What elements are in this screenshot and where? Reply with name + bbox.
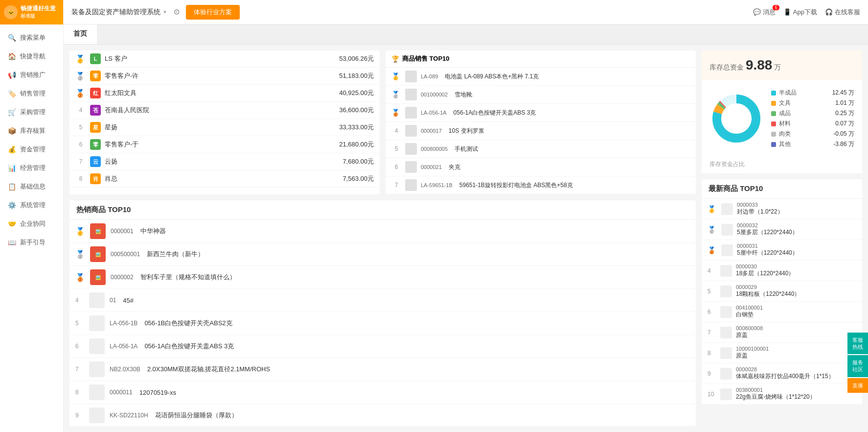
trial-button[interactable]: 体验行业方案	[186, 5, 240, 20]
sidebar-item-marketing[interactable]: 📢 营销推广	[0, 66, 63, 84]
product-name: 056-1A白色按键开关盖ABS 3克	[454, 109, 536, 117]
phone-icon: 📱	[783, 8, 791, 16]
product-thumbnail: 🖼️	[90, 269, 106, 285]
product-code: 0000002	[111, 274, 134, 281]
guide-icon: 📖	[8, 239, 16, 246]
rank-number: 6	[75, 141, 86, 148]
content-main: 🥇 L LS 客户 53,006.26元 🥈 零 零售客户-许 51,183.0…	[64, 45, 702, 432]
donut-svg	[709, 92, 763, 145]
right-panel: 库存总资金 9.88 万	[702, 45, 868, 432]
new-product-row: 8 10000100001 原盖	[702, 343, 862, 363]
customer-rank-row: 🥉 红 红太阳文具 40,925.00元	[69, 85, 380, 102]
product-code: LA-056-1A	[421, 110, 447, 116]
rank-number: 5	[708, 288, 716, 295]
community-button[interactable]: 服务社区	[847, 355, 868, 377]
product-name: 中华神器	[140, 227, 166, 236]
product-code: NB2.0X30B	[110, 366, 140, 373]
medal-icon: 🥉	[75, 89, 86, 98]
dropdown-chevron-icon: ▼	[162, 9, 167, 15]
rank-number: 9	[75, 412, 84, 419]
tab-home[interactable]: 首页	[64, 24, 97, 44]
rank-amount: 53,006.26元	[339, 54, 374, 63]
customer-rank-row: 🥈 零 零售客户-许 51,183.00元	[69, 68, 380, 85]
sidebar-item-guide[interactable]: 📖 新手引导	[0, 233, 63, 252]
small-product-icon	[405, 71, 417, 82]
sidebar-inventory-label: 库存核算	[20, 126, 46, 135]
sidebar-item-operations[interactable]: 📊 经营管理	[0, 159, 63, 177]
rank-number: 5	[75, 320, 84, 327]
rank-number: 5	[75, 124, 86, 131]
product-code: LA-089	[421, 73, 438, 79]
customer-rank-row: 6 零 零售客户-于 21,680.00元	[69, 136, 380, 153]
system-title-dropdown[interactable]: 装备及固定资产辅助管理系统 ▼	[71, 8, 167, 17]
rank-number: 6	[391, 164, 401, 170]
hot-product-row: 4 01 45#	[69, 289, 696, 312]
new-product-code: 0000032	[737, 222, 856, 228]
product-name: 12070519-xs	[139, 389, 176, 396]
rank-customer-name: 零售客户-于	[105, 140, 335, 149]
inventory-amount: 9.88	[746, 57, 773, 72]
new-product-icon	[720, 306, 732, 318]
legend-label: 材料	[779, 120, 832, 128]
sidebar-item-search[interactable]: 🔍 搜索菜单	[0, 28, 63, 47]
product-thumbnail	[89, 315, 105, 331]
live-button[interactable]: 直播	[847, 378, 868, 393]
marketing-icon: 📢	[8, 71, 16, 79]
inventory-total: 库存总资金 9.88 万	[702, 50, 862, 80]
new-product-info: 0000033 封边带（1.0*22）	[737, 202, 856, 216]
gear-icon[interactable]: ⚙	[173, 7, 180, 17]
new-product-info: 0000032 5厘多层（1220*2440）	[737, 222, 856, 237]
inventory-unit: 万	[774, 63, 781, 71]
sidebar-item-nav[interactable]: 🏠 快捷导航	[0, 47, 63, 66]
product-name: 新西兰牛肉（新牛）	[147, 250, 204, 259]
rank-number: 5	[391, 145, 401, 152]
product-name: 056-1A白色按键开关盖ABS 3克	[144, 342, 234, 351]
product-name: 电池盖 LA-089 ABS本色+黑种 7.1克	[445, 72, 539, 81]
small-product-icon	[405, 89, 417, 100]
sidebar-item-finance[interactable]: 💰 资金管理	[0, 140, 63, 159]
online-service-button[interactable]: 🎧 在线客服	[825, 8, 860, 17]
product-code: 0000017	[421, 128, 442, 134]
customer-service-button[interactable]: 客服热线	[847, 333, 868, 355]
inventory-icon: 📦	[8, 127, 16, 135]
legend-item: 其他 -3.86 万	[771, 139, 854, 149]
sidebar-logo: 🐱 畅捷通好生意 标准版	[0, 0, 63, 24]
sidebar-item-system[interactable]: ⚙️ 系统管理	[0, 196, 63, 215]
sidebar-purchase-label: 采购管理	[20, 108, 46, 117]
hot-product-row: 5 LA-056-1B 056-1B白色按键开关壳ABS2克	[69, 312, 696, 335]
product-code: KK-SD22110H	[110, 412, 148, 419]
small-product-icon	[405, 161, 417, 173]
rank-customer-name: 星扬	[105, 123, 335, 132]
sidebar-item-purchase[interactable]: 🛒 采购管理	[0, 103, 63, 121]
small-product-icon	[405, 179, 417, 191]
sidebar-item-inventory[interactable]: 📦 库存核算	[0, 121, 63, 140]
new-product-row: 10 003800001 22g鱼豆腐-烧烤味（1*12*20）	[702, 384, 862, 405]
medal-icon: 🥈	[708, 226, 717, 234]
app-download-button[interactable]: 📱 App下载	[783, 8, 817, 17]
new-product-row: 5 0000029 18颗粒板（1220*2440）	[702, 281, 862, 302]
message-button[interactable]: 💬 消息 6	[753, 8, 776, 17]
new-product-row: 🥇 0000033 封边带（1.0*22）	[702, 199, 862, 219]
new-product-icon	[720, 347, 732, 359]
product-code: 000800005	[421, 146, 448, 152]
product-code: 0000021	[421, 164, 442, 170]
new-product-name: 5厘多层（1220*2440）	[737, 228, 856, 237]
new-product-code: 0000028	[736, 366, 856, 372]
sidebar-system-label: 系统管理	[20, 201, 46, 210]
sidebar-item-sales[interactable]: 🏷️ 销售管理	[0, 84, 63, 103]
medal-icon: 🥉	[708, 246, 717, 254]
legend-label: 其他	[779, 140, 830, 148]
sidebar-item-basic[interactable]: 📋 基础信息	[0, 177, 63, 196]
new-product-info: 10000100001 原盖	[736, 346, 856, 360]
top-row: 🥇 L LS 客户 53,006.26元 🥈 零 零售客户-许 51,183.0…	[69, 50, 696, 194]
purchase-icon: 🛒	[8, 108, 16, 116]
medal-icon: 🥉	[75, 273, 85, 282]
header: 装备及固定资产辅助管理系统 ▼ ⚙ 体验行业方案 💬 消息 6 📱 App下载 …	[64, 0, 868, 24]
product-rank-row: 5 000800005 手机测试	[386, 140, 696, 158]
sidebar-collab-label: 企业协同	[20, 219, 46, 228]
rank-amount: 51,183.00元	[339, 72, 374, 80]
customer-rank-row: 4 苍 苍南县人民医院 36,600.00元	[69, 102, 380, 119]
rank-badge: 红	[90, 88, 101, 98]
new-product-name: 5厘中纤（1220*2440）	[737, 249, 856, 257]
sidebar-item-collab[interactable]: 🤝 企业协同	[0, 215, 63, 233]
